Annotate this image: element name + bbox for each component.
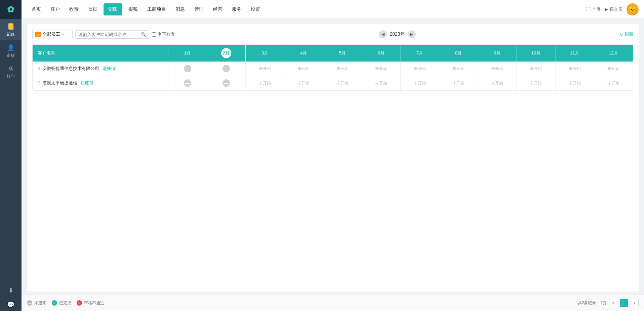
search-input[interactable] [78, 32, 139, 37]
employee-icon: 人 [35, 32, 41, 37]
table-row: 1安徽畅捷通信息技术有限公司进账簿——未开始未开始未开始未开始未开始未开始未开始… [33, 62, 633, 76]
status-not-started: 未开始 [336, 66, 349, 71]
sidebar-item-label: 审核 [7, 53, 15, 59]
status-dash: — [223, 65, 230, 72]
nav-business[interactable]: 工商项目 [143, 0, 171, 19]
sidebar-item-label: 打印 [7, 74, 15, 79]
nav-home[interactable]: 首页 [27, 0, 46, 19]
table-cell-m11: 未开始 [555, 62, 594, 76]
status-not-started: 未开始 [569, 66, 581, 71]
nav-operation[interactable]: 经营 [208, 0, 227, 19]
status-not-started: 未开始 [414, 66, 426, 71]
content-area: 人 全部员工 ▾ 🔍 名下账套 ◀ 2023年 ▶ [22, 19, 644, 295]
col-m8: 8月 [439, 45, 478, 62]
nav-manage[interactable]: 管理 [190, 0, 208, 19]
status-not-started: 未开始 [297, 66, 310, 71]
table-cell-m9: 未开始 [478, 62, 517, 76]
table-cell-m7: 未开始 [400, 62, 439, 76]
my-accounts-checkbox[interactable]: 名下账套 [152, 31, 175, 37]
col-m11: 11月 [555, 45, 594, 62]
nav-bookkeeping[interactable]: 记账 [104, 3, 122, 15]
table-cell-m1: — [168, 62, 207, 76]
table-cell-name: 2漠漠太平畅捷通信进账簿 [33, 76, 168, 90]
year-nav: ◀ 2023年 ▶ [379, 30, 415, 38]
fullscreen-icon: ⛶ [586, 7, 591, 12]
sidebar-item-print[interactable]: 🖨 打印 [0, 61, 22, 82]
sidebar-item-support[interactable]: 💬 [0, 297, 22, 311]
legend-rejected: ✕ 审核不通过 [77, 300, 104, 306]
enter-link[interactable]: 进账簿 [81, 80, 94, 85]
table-header-row: 客户名称 1月 2月 3月 4月 5月 6月 7月 8月 9月 [33, 45, 633, 62]
audit-icon: 👤 [7, 44, 14, 51]
status-not-started: 未开始 [607, 66, 619, 71]
next-page-button[interactable]: > [631, 299, 639, 307]
sidebar-item-download[interactable]: ⬇ [0, 283, 22, 297]
table-cell-m8: 未开始 [439, 76, 478, 90]
table-cell-m10: 未开始 [517, 76, 555, 90]
nav-message[interactable]: 消息 [171, 0, 190, 19]
support-icon: 💬 [7, 301, 14, 308]
topnav: 首页 客户 收费 票据 记账 报税 工商项目 消息 管理 经营 服务 设置 ⛶ … [22, 0, 644, 19]
accounts-table-container: 客户名称 1月 2月 3月 4月 5月 6月 7月 8月 9月 [32, 44, 633, 91]
search-box: 🔍 [75, 30, 149, 39]
employee-select[interactable]: 人 全部员工 ▾ [32, 30, 73, 39]
year-prev-button[interactable]: ◀ [379, 30, 387, 38]
status-dash: — [184, 79, 191, 87]
col-m2: 2月 [207, 45, 245, 62]
prev-page-button[interactable]: < [609, 299, 617, 307]
nav-service[interactable]: 服务 [227, 0, 246, 19]
search-icon[interactable]: 🔍 [141, 32, 146, 37]
table-cell-m3: 未开始 [246, 62, 284, 76]
status-not-started: 未开始 [259, 81, 271, 85]
col-m3: 3月 [246, 45, 284, 62]
status-not-started: 未开始 [530, 66, 542, 71]
table-cell-m4: 未开始 [284, 62, 323, 76]
table-cell-m4: 未开始 [284, 76, 323, 90]
table-body: 1安徽畅捷通信息技术有限公司进账簿——未开始未开始未开始未开始未开始未开始未开始… [33, 62, 633, 90]
table-row: 2漠漠太平畅捷通信进账簿——未开始未开始未开始未开始未开始未开始未开始未开始未开… [33, 76, 633, 90]
avatar[interactable]: 🐱 [627, 3, 639, 15]
status-not-started: 未开始 [569, 81, 581, 85]
table-cell-m1: — [168, 76, 207, 90]
year-next-button[interactable]: ▶ [408, 30, 416, 38]
page-1-button[interactable]: 1 [620, 299, 628, 307]
status-not-started: 未开始 [297, 81, 310, 85]
col-m6: 6月 [362, 45, 400, 62]
refresh-button[interactable]: ↻ 刷新 [619, 31, 633, 37]
print-icon: 🖨 [8, 65, 14, 72]
my-accounts-checkbox-input[interactable] [152, 32, 156, 37]
main-panel: 人 全部员工 ▾ 🔍 名下账套 ◀ 2023年 ▶ [27, 24, 639, 291]
pagination: 共2条记录，1页 < 1 > [578, 299, 639, 307]
status-not-started: 未开始 [336, 81, 349, 85]
company-name: 安徽畅捷通信息技术有限公司 [42, 66, 99, 71]
sidebar-item-bookkeeping[interactable]: 📒 记账 [0, 19, 22, 40]
footer: — 未建账 ✓ 已完成 ✕ 审核不通过 共2条记录，1页 < 1 > [22, 295, 644, 311]
member-button[interactable]: ▶ 畅会员 [605, 6, 622, 12]
bookkeeping-icon: 📒 [7, 23, 14, 30]
status-not-started: 未开始 [607, 81, 619, 85]
chevron-down-icon: ▾ [62, 33, 64, 36]
nav-billing[interactable]: 收费 [65, 0, 83, 19]
fullscreen-button[interactable]: ⛶ 全屏 [586, 6, 601, 12]
company-name: 漠漠太平畅捷通信 [42, 80, 77, 85]
col-m10: 10月 [517, 45, 555, 62]
col-m12: 12月 [594, 45, 633, 62]
total-records: 共2条记录，1页 [578, 300, 606, 306]
nav-invoice[interactable]: 票据 [83, 0, 102, 19]
download-icon: ⬇ [8, 287, 13, 294]
table-cell-m11: 未开始 [555, 76, 594, 90]
status-not-started: 未开始 [375, 81, 387, 85]
table-cell-name: 1安徽畅捷通信息技术有限公司进账簿 [33, 62, 168, 76]
nav-client[interactable]: 客户 [46, 0, 65, 19]
refresh-icon: ↻ [619, 32, 623, 37]
col-m9: 9月 [478, 45, 517, 62]
nav-tax[interactable]: 报税 [124, 0, 143, 19]
nav-settings[interactable]: 设置 [246, 0, 265, 19]
sidebar-item-label: 记账 [7, 32, 15, 37]
toolbar: 人 全部员工 ▾ 🔍 名下账套 ◀ 2023年 ▶ [32, 30, 633, 39]
enter-link[interactable]: 进账簿 [103, 66, 116, 71]
status-not-started: 未开始 [452, 66, 465, 71]
status-not-started: 未开始 [414, 81, 426, 85]
sidebar-item-audit[interactable]: 👤 审核 [0, 40, 22, 61]
table-cell-m6: 未开始 [362, 62, 400, 76]
